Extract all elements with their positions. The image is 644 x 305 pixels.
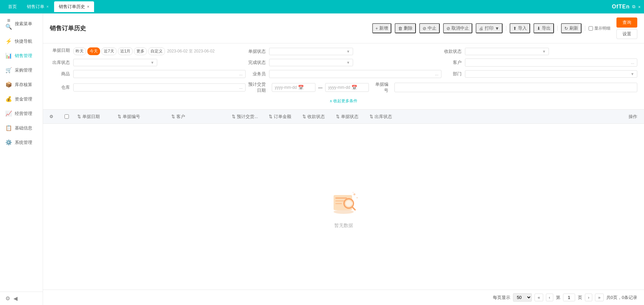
finance-icon: 💰 [5, 96, 12, 102]
inventory-icon: 📦 [5, 81, 12, 88]
collapse-filter-button[interactable]: ∧ 收起更多条件 [50, 97, 637, 105]
page-size-select[interactable]: 50 10 20 100 [513, 293, 532, 302]
table-area: ⚙ ⇅ 单据日期 ⇅ 单据编号 ⇅ 客户 ⇅ [43, 110, 644, 290]
dept-label: 部门 [441, 71, 465, 77]
warehouse-ellipsis-icon: ... [239, 85, 243, 90]
th-payment-status: ⇅ 收款状态 [298, 114, 332, 120]
operations-icon: 📈 [5, 110, 12, 117]
sort-icon-payment[interactable]: ⇅ [302, 114, 306, 119]
sort-icon-amount[interactable]: ⇅ [269, 114, 272, 119]
date-btn-yesterday[interactable]: 昨天 [73, 47, 86, 55]
th-settings[interactable]: ⚙ [43, 114, 60, 119]
dept-select[interactable]: ▼ [465, 70, 637, 78]
print-dropdown-icon: ▼ [495, 26, 499, 31]
sort-icon-date[interactable]: ⇅ [77, 114, 81, 119]
salesperson-input[interactable]: ... [269, 70, 441, 78]
collapse-up-icon: ∧ [330, 99, 332, 103]
close-sales-order-tab[interactable]: × [46, 4, 49, 9]
import-button[interactable]: ⬆ 导入 [510, 23, 530, 33]
table-header: ⚙ ⇅ 单据日期 ⇅ 单据编号 ⇅ 客户 ⇅ [43, 110, 644, 124]
sidebar-item-inventory[interactable]: 📦 库存核算 [0, 77, 43, 92]
sidebar-item-purchase-mgmt[interactable]: 🛒 采购管理 [0, 63, 43, 77]
date-range-buttons: 昨天 今天 近7天 近1月 更多 自定义 [73, 47, 165, 55]
show-detail-checkbox-wrap[interactable]: 显示明细 [589, 26, 610, 31]
prev-page-button[interactable]: ‹ [546, 294, 553, 301]
collapse-sidebar-icon[interactable]: ◀ [13, 295, 17, 302]
payment-status-arrow: ▼ [542, 49, 546, 53]
complete-status-label: 完成状态 [246, 60, 269, 66]
restore-window-icon[interactable]: ⧉ [632, 4, 635, 9]
goods-input[interactable]: ... [73, 70, 246, 78]
out-status-select[interactable]: ▼ [73, 59, 157, 66]
stop-icon: ⊘ [423, 26, 426, 31]
order-status-select[interactable]: ▼ [269, 48, 353, 55]
close-window-icon[interactable]: × [638, 4, 641, 9]
date-btn-7days[interactable]: 近7天 [101, 47, 117, 55]
refresh-button[interactable]: ↻ 刷新 [561, 23, 582, 33]
new-button[interactable]: + 新增 [372, 23, 392, 33]
sidebar-item-sales-mgmt[interactable]: 📊 销售管理 [0, 48, 43, 63]
complete-status-select[interactable]: ▼ [269, 59, 353, 66]
purchase-mgmt-icon: 🛒 [5, 67, 12, 73]
query-button[interactable]: 查询 [616, 17, 637, 28]
delivery-date-end[interactable]: yyyy-mm-dd 📅 [325, 83, 369, 92]
close-sales-order-history-tab[interactable]: × [87, 4, 89, 9]
sort-icon-orderno[interactable]: ⇅ [118, 114, 121, 119]
sort-icon-out-status[interactable]: ⇅ [370, 114, 373, 119]
next-page-button[interactable]: › [585, 294, 592, 301]
tab-sales-order-history[interactable]: 销售订单历史 × [54, 1, 94, 12]
top-bar-right: OfTEn ⧉ × [612, 4, 641, 10]
tab-home[interactable]: 首页 [3, 1, 22, 12]
current-page-input[interactable] [563, 294, 575, 301]
stop-button[interactable]: ⊘ 中止 [419, 23, 440, 33]
date-btn-1month[interactable]: 近1月 [118, 47, 133, 55]
payment-status-select[interactable]: ▼ [465, 48, 549, 55]
page-label: 页 [578, 295, 582, 301]
calendar-end-icon: 📅 [351, 85, 357, 90]
toolbar-divider-3 [585, 26, 585, 31]
th-checkbox[interactable] [60, 114, 73, 119]
sidebar-item-system[interactable]: ⚙️ 系统管理 [0, 135, 43, 150]
toolbar-divider-1 [506, 26, 506, 31]
last-page-button[interactable]: » [595, 294, 603, 301]
sort-icon-delivery[interactable]: ⇅ [232, 114, 235, 119]
customer-input[interactable]: ... [465, 59, 637, 67]
select-all-checkbox[interactable] [65, 114, 69, 119]
dept-arrow: ▼ [631, 72, 634, 76]
delete-icon: 🗑 [398, 26, 402, 31]
sidebar-label-quick-nav: 快捷导航 [15, 38, 32, 44]
date-btn-today[interactable]: 今天 [87, 47, 100, 55]
sidebar-item-search-menu[interactable]: ≡🔍 搜索菜单 [0, 13, 43, 34]
warehouse-input[interactable]: ... [73, 83, 246, 91]
calendar-start-icon: 📅 [298, 85, 304, 90]
show-detail-checkbox[interactable] [589, 26, 593, 31]
cancel-stop-button[interactable]: ⊘ 取消中止 [443, 23, 472, 33]
sidebar-item-quick-nav[interactable]: ⚡ 快捷导航 [0, 34, 43, 48]
goods-ellipsis-icon: ... [239, 72, 243, 76]
sidebar-item-operations[interactable]: 📈 经营管理 [0, 106, 43, 121]
delivery-date-start[interactable]: yyyy-mm-dd 📅 [272, 83, 315, 92]
sidebar-label-operations: 经营管理 [15, 111, 32, 117]
empty-svg [327, 185, 360, 219]
main-layout: ≡🔍 搜索菜单 ⚡ 快捷导航 📊 销售管理 🛒 采购管理 📦 库存核算 💰 资金… [0, 13, 644, 305]
first-page-button[interactable]: « [534, 294, 543, 301]
empty-illustration [327, 185, 360, 219]
settings-icon[interactable]: ⚙ [5, 295, 10, 302]
salesperson-label: 业务员 [246, 71, 269, 77]
sort-icon-order-status[interactable]: ⇅ [336, 114, 340, 119]
date-btn-more[interactable]: 更多 [134, 47, 147, 55]
tab-sales-order[interactable]: 销售订单 × [22, 1, 53, 12]
print-button[interactable]: 🖨 打印 ▼ [476, 23, 503, 33]
sidebar-item-finance[interactable]: 💰 资金管理 [0, 92, 43, 106]
delete-button[interactable]: 🗑 删除 [395, 23, 416, 33]
date-range-display: 2023-06-02 至 2023-06-02 [167, 48, 214, 54]
sort-icon-customer[interactable]: ⇅ [171, 114, 175, 119]
content-area: 销售订单历史 + 新增 🗑 删除 ⊘ 中止 ⊘ 取消中止 [43, 13, 644, 305]
export-button[interactable]: ⬇ 导出 [533, 23, 554, 33]
out-status-label: 出库状态 [50, 60, 73, 66]
order-no-input[interactable] [394, 83, 637, 92]
setting-button[interactable]: 设置 [616, 29, 637, 39]
sidebar-item-basic-info[interactable]: 📋 基础信息 [0, 121, 43, 135]
date-btn-custom[interactable]: 自定义 [148, 47, 165, 55]
date-filter-control: 昨天 今天 近7天 近1月 更多 自定义 2023-06-02 至 2023-0… [73, 47, 246, 55]
